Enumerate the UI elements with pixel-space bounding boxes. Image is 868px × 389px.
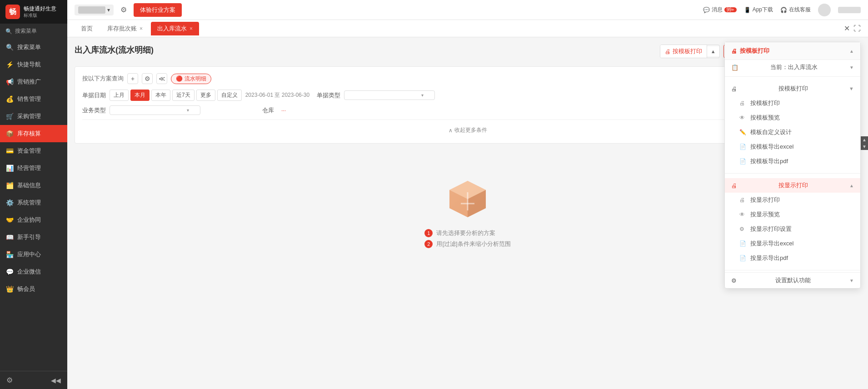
headset-icon: 🎧 bbox=[780, 7, 787, 13]
filter-tag-icon: 🔴 bbox=[176, 75, 183, 82]
guide-icon: 📖 bbox=[5, 234, 14, 241]
app-name: 畅捷通好生意 bbox=[24, 5, 56, 13]
app-badge: 标准版 bbox=[24, 12, 56, 19]
template-export-pdf-item[interactable]: 📄 按模板导出pdf bbox=[725, 154, 860, 169]
disp-print-icon: 🖨 bbox=[739, 197, 747, 203]
sidebar-item-label-purchase: 采购管理 bbox=[17, 112, 41, 120]
template-print-item[interactable]: 🖨 按模板打印 bbox=[725, 96, 860, 110]
template-export-excel-item[interactable]: 📄 按模板导出excel bbox=[725, 140, 860, 154]
sidebar-item-marketing[interactable]: 📢营销推广 bbox=[0, 73, 67, 90]
sidebar-item-finance[interactable]: 💳资金管理 bbox=[0, 142, 67, 160]
sidebar-item-appstore[interactable]: 🏪应用中心 bbox=[0, 246, 67, 263]
dropdown-arrow-icon: ▾ bbox=[107, 7, 110, 13]
maximize-window-btn[interactable]: ⛶ bbox=[853, 25, 861, 33]
sidebar-item-system[interactable]: ⚙️系统管理 bbox=[0, 194, 67, 211]
display-export-pdf-item[interactable]: 📄 按显示导出pdf bbox=[725, 251, 860, 265]
warehouse-more-btn[interactable]: ··· bbox=[278, 106, 289, 115]
empty-step-1: 1 请先选择要分析的方案 bbox=[424, 229, 510, 237]
sidebar-item-quick-nav[interactable]: ⚡快捷导航 bbox=[0, 56, 67, 73]
display-collapse-icon: ▲ bbox=[849, 183, 854, 188]
sidebar-item-guide[interactable]: 📖新手引导 bbox=[0, 229, 67, 246]
filter-tag-flow[interactable]: 🔴 流水明细 bbox=[171, 74, 211, 84]
tpl-print-label: 按模板打印 bbox=[750, 99, 780, 107]
sidebar-item-label-appstore: 应用中心 bbox=[17, 250, 41, 259]
user-avatar[interactable] bbox=[818, 4, 831, 16]
display-export-excel-item[interactable]: 📄 按显示导出excel bbox=[725, 236, 860, 251]
current-month-btn[interactable]: 本月 bbox=[130, 90, 150, 101]
filter-tags: 🔴 流水明细 bbox=[171, 74, 211, 84]
filter-collapse-left-btn[interactable]: ≪ bbox=[156, 73, 167, 84]
sidebar-item-wechat[interactable]: 💬企业微信 bbox=[0, 263, 67, 280]
filter-tag-label: 流水明细 bbox=[185, 75, 206, 83]
user-selector[interactable]: ▾ bbox=[75, 5, 114, 15]
message-btn[interactable]: 💬 消息 99+ bbox=[703, 6, 737, 14]
sidebar-item-operations[interactable]: 📊经营管理 bbox=[0, 160, 67, 177]
tpl-excel-label: 按模板导出excel bbox=[750, 143, 793, 151]
sidebar-item-label-enterprise: 企业协同 bbox=[17, 216, 41, 224]
tab-flow-label: 出入库流水 bbox=[157, 25, 187, 33]
search-icon: 🔍 bbox=[5, 44, 14, 51]
display-print-icon: 🖨 bbox=[731, 182, 737, 189]
tab-batch-close[interactable]: × bbox=[140, 25, 143, 32]
doc-type-select[interactable]: ▾ bbox=[344, 90, 435, 100]
user-name bbox=[838, 7, 861, 13]
filter-add-btn[interactable]: + bbox=[127, 73, 138, 84]
step1-label: 请先选择要分析的方案 bbox=[436, 229, 495, 237]
tab-batch-label: 库存批次账 bbox=[107, 25, 137, 33]
print-template-btn[interactable]: 🖨 按模板打印 bbox=[660, 45, 707, 58]
tabs-bar: 首页 库存批次账 × 出入库流水 × ✕ ⛶ bbox=[67, 20, 868, 37]
display-section-header[interactable]: 🖨 按显示打印 ▲ bbox=[725, 178, 860, 193]
prev-month-btn[interactable]: 上月 bbox=[110, 90, 129, 101]
sidebar-item-inventory[interactable]: 📦库存核算 bbox=[0, 125, 67, 142]
sidebar-search[interactable]: 🔍 搜索菜单 bbox=[0, 24, 67, 39]
tab-flow-close[interactable]: × bbox=[190, 25, 193, 32]
sidebar-collapse-icon[interactable]: ◀◀ bbox=[51, 377, 61, 384]
template-custom-item[interactable]: ✏️ 模板自定义设计 bbox=[725, 125, 860, 140]
sidebar-item-sales[interactable]: 💰销售管理 bbox=[0, 90, 67, 108]
online-service-btn[interactable]: 🎧 在线客服 bbox=[780, 6, 811, 14]
tab-flow[interactable]: 出入库流水 × bbox=[151, 22, 199, 35]
display-preview-item[interactable]: 👁 按显示预览 bbox=[725, 207, 860, 222]
vip-icon: 👑 bbox=[5, 285, 14, 293]
dropdown-collapse-icon[interactable]: ▲ bbox=[849, 49, 854, 54]
sidebar-settings-icon[interactable]: ⚙ bbox=[6, 376, 13, 384]
sidebar-item-label-sales: 销售管理 bbox=[17, 95, 41, 103]
industry-btn[interactable]: 体验行业方案 bbox=[134, 3, 182, 17]
sidebar-navigation: 🔍搜索菜单⚡快捷导航📢营销推广💰销售管理🛒采购管理📦库存核算💳资金管理📊经营管理… bbox=[0, 39, 67, 371]
display-print-item[interactable]: 🖨 按显示打印 bbox=[725, 193, 860, 207]
sidebar-item-purchase[interactable]: 🛒采购管理 bbox=[0, 108, 67, 125]
app-download-btn[interactable]: 📱 App下载 bbox=[744, 6, 773, 14]
date-shortcuts: 上月 本月 本年 近7天 更多 自定义 bbox=[110, 90, 242, 101]
divider-2 bbox=[725, 173, 860, 174]
template-section-header[interactable]: 🖨 按模板打印 ▼ bbox=[725, 81, 860, 96]
sidebar-item-basic[interactable]: 🗂️基础信息 bbox=[0, 177, 67, 194]
step2-label: 用[过滤]条件来缩小分析范围 bbox=[436, 240, 510, 248]
message-icon: 💬 bbox=[703, 7, 710, 13]
divider-3 bbox=[725, 270, 860, 270]
quick-nav-icon: ⚡ bbox=[5, 61, 14, 68]
custom-date-btn[interactable]: 自定义 bbox=[217, 90, 242, 101]
print-dropdown-toggle[interactable]: ▲ bbox=[707, 46, 719, 56]
sidebar-item-search[interactable]: 🔍搜索菜单 bbox=[0, 39, 67, 56]
tab-home-label: 首页 bbox=[81, 25, 93, 33]
display-section: 🖨 按显示打印 ▲ 🖨 按显示打印 👁 按显示预览 ⚙ 按显示打印设置 📄 按显… bbox=[725, 175, 860, 268]
sidebar-item-label-wechat: 企业微信 bbox=[17, 268, 41, 276]
current-year-btn[interactable]: 本年 bbox=[151, 90, 170, 101]
template-preview-item[interactable]: 👁 按模板预览 bbox=[725, 110, 860, 125]
sidebar-item-vip[interactable]: 👑畅会员 bbox=[0, 280, 67, 298]
sidebar-item-enterprise[interactable]: 🤝企业协同 bbox=[0, 211, 67, 229]
display-settings-item[interactable]: ⚙ 按显示打印设置 bbox=[725, 222, 860, 236]
tab-home[interactable]: 首页 bbox=[75, 22, 99, 35]
topbar-gear-btn[interactable]: ⚙ bbox=[117, 4, 130, 16]
default-function-btn[interactable]: ⚙ 设置默认功能 ▼ bbox=[725, 272, 860, 288]
filter-settings-btn[interactable]: ⚙ bbox=[142, 73, 153, 84]
close-window-btn[interactable]: ✕ bbox=[844, 24, 850, 33]
print-dropdown-panel: 🖨 按模板打印 ▲ 📋 当前：出入库流水 ▼ 🖨 按模板打印 ▼ 🖨 按模板打印 bbox=[724, 42, 861, 289]
more-date-btn[interactable]: 更多 bbox=[196, 90, 215, 101]
disp-excel-icon: 📄 bbox=[739, 240, 747, 247]
7days-btn[interactable]: 近7天 bbox=[172, 90, 195, 101]
tab-batch[interactable]: 库存批次账 × bbox=[101, 22, 149, 35]
warehouse-more-icon: ··· bbox=[281, 107, 286, 114]
current-report-selector[interactable]: 📋 当前：出入库流水 ▼ bbox=[725, 60, 860, 75]
biz-type-select[interactable]: ▾ bbox=[110, 105, 200, 115]
